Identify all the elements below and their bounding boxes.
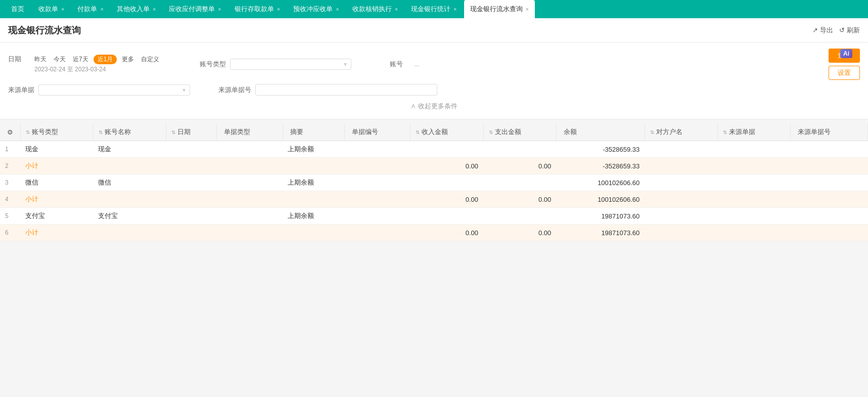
cell-summary: 上期余额 (283, 174, 344, 191)
page-header: 现金银行流水查询 ↗ 导出 ↺ 刷新 (0, 18, 868, 42)
col-balance[interactable]: 余额 (556, 123, 645, 141)
nav-tab-shoukuandan[interactable]: 收款单 × (32, 0, 70, 18)
cell-source-doc (718, 141, 791, 158)
col-summary[interactable]: 摘要 (283, 123, 344, 141)
col-gear[interactable]: ⚙ (0, 123, 20, 141)
cell-source-doc (718, 225, 791, 241)
nav-tab-yinhangcunqu[interactable]: 银行存取款单 × (229, 0, 286, 18)
cell-income: 0.00 (410, 191, 483, 208)
col-source-doc-no[interactable]: 来源单据号 (791, 123, 868, 141)
nav-tab-xianjinliushui[interactable]: 现金银行流水查询 × (464, 0, 535, 18)
close-tab-4[interactable]: × (277, 6, 280, 12)
close-tab-0[interactable]: × (61, 6, 64, 12)
date-options-group: 昨天 今天 近7天 近1月 更多 自定义 2023-02-24 至 2023-0… (32, 55, 161, 74)
date-more[interactable]: 更多 (120, 55, 136, 64)
source-doc-select[interactable]: ▾ (38, 84, 190, 96)
date-7days[interactable]: 近7天 (71, 55, 90, 64)
cell-doc-no (344, 158, 410, 174)
col-doc-no[interactable]: 单据编号 (344, 123, 410, 141)
table-row[interactable]: 1现金现金上期余额-3528659.33 (0, 141, 868, 158)
export-button[interactable]: ↗ 导出 (812, 26, 833, 35)
cell-summary (283, 158, 344, 174)
cell-date (166, 141, 216, 158)
col-income[interactable]: ⇅收入金额 (410, 123, 483, 141)
date-shortcuts: 昨天 今天 近7天 近1月 更多 自定义 (32, 55, 161, 64)
source-doc-no-group: 来源单据号 (218, 84, 437, 96)
cell-source-doc-no (791, 158, 868, 174)
close-tab-5[interactable]: × (336, 6, 339, 12)
nav-tab-xianjinyinhang-stat[interactable]: 现金银行统计 × (405, 0, 463, 18)
close-tab-1[interactable]: × (100, 6, 103, 12)
col-account-type[interactable]: ⇅账号类型 (20, 123, 93, 141)
cell-balance: -3528659.33 (556, 141, 645, 158)
refresh-icon: ↺ (839, 26, 845, 34)
cell-balance: 19871073.60 (556, 225, 645, 241)
cell-date (166, 191, 216, 208)
cell-expense: 0.00 (483, 158, 556, 174)
account-more-btn[interactable]: ... (414, 61, 419, 68)
settings-button[interactable]: 设置 (829, 66, 860, 80)
col-source-doc[interactable]: ⇅来源单据 (718, 123, 791, 141)
refresh-button[interactable]: ↺ 刷新 (839, 26, 860, 35)
row-number: 4 (0, 191, 20, 208)
table-row[interactable]: 2小计0.000.00-3528659.33 (0, 158, 868, 174)
cell-account-name (93, 191, 166, 208)
cell-summary (283, 225, 344, 241)
table-row[interactable]: 3微信微信上期余额100102606.60 (0, 174, 868, 191)
cell-balance: 19871073.60 (556, 208, 645, 225)
cell-doc-type (217, 191, 283, 208)
close-tab-3[interactable]: × (218, 6, 221, 12)
nav-tab-qitashouru[interactable]: 其他收入单 × (111, 0, 162, 18)
account-type-label: 账号类型 (200, 60, 226, 69)
cell-doc-no (344, 174, 410, 191)
close-tab-7[interactable]: × (453, 6, 456, 12)
close-tab-8[interactable]: × (526, 6, 529, 12)
date-yesterday[interactable]: 昨天 (32, 55, 49, 64)
cell-income (410, 208, 483, 225)
cell-income (410, 141, 483, 158)
cell-expense (483, 174, 556, 191)
col-account-name[interactable]: ⇅账号名称 (93, 123, 166, 141)
date-custom[interactable]: 自定义 (139, 55, 161, 64)
source-doc-group: 来源单据 ▾ (8, 84, 190, 96)
row-number: 2 (0, 158, 20, 174)
table-row[interactable]: 4小计0.000.00100102606.60 (0, 191, 868, 208)
cell-source-doc-no (791, 191, 868, 208)
col-counterpart[interactable]: ⇅对方户名 (645, 123, 717, 141)
source-doc-no-input[interactable] (255, 84, 437, 96)
date-today[interactable]: 今天 (52, 55, 68, 64)
col-doc-type[interactable]: 单据类型 (217, 123, 283, 141)
filter-row-1: 日期 昨天 今天 近7天 近1月 更多 自定义 2023-02-24 至 202… (8, 49, 860, 80)
cell-income: 0.00 (410, 225, 483, 241)
nav-tab-yushouchen[interactable]: 预收冲应收单 × (287, 0, 345, 18)
close-tab-6[interactable]: × (395, 6, 398, 12)
nav-tab-fukuandan[interactable]: 付款单 × (71, 0, 109, 18)
cell-doc-type (217, 208, 283, 225)
table-row[interactable]: 5支付宝支付宝上期余额19871073.60 (0, 208, 868, 225)
ai-badge[interactable]: Ai (840, 49, 852, 58)
date-1month[interactable]: 近1月 (94, 55, 117, 64)
table-row[interactable]: 6小计0.000.0019871073.60 (0, 225, 868, 241)
account-label: 账号 (390, 60, 410, 69)
cell-date (166, 208, 216, 225)
nav-tab-shoukuanxiaoxiao[interactable]: 收款核销执行 × (346, 0, 404, 18)
cell-doc-no (344, 191, 410, 208)
cell-source-doc (718, 174, 791, 191)
cell-account-name (93, 158, 166, 174)
close-tab-2[interactable]: × (153, 6, 156, 12)
nav-home[interactable]: 首页 (4, 0, 31, 18)
collapse-more-conditions[interactable]: ∧ 收起更多条件 (8, 100, 860, 113)
cell-source-doc-no (791, 225, 868, 241)
cell-doc-no (344, 141, 410, 158)
account-type-select[interactable]: ▾ (230, 59, 351, 70)
col-date[interactable]: ⇅日期 (166, 123, 216, 141)
cell-source-doc-no (791, 141, 868, 158)
nav-tab-yingshouyingfu[interactable]: 应收应付调整单 × (163, 0, 227, 18)
account-type-group: 账号类型 ▾ (200, 59, 351, 70)
cell-source-doc-no (791, 208, 868, 225)
cell-summary: 上期余额 (283, 208, 344, 225)
cell-date (166, 225, 216, 241)
table-header: ⚙ ⇅账号类型 ⇅账号名称 ⇅日期 单据类型 摘要 单据编号 ⇅收入金额 ⇅支出… (0, 123, 868, 141)
col-expense[interactable]: ⇅支出金额 (483, 123, 556, 141)
filter-row-2: 来源单据 ▾ 来源单据号 (8, 84, 860, 96)
